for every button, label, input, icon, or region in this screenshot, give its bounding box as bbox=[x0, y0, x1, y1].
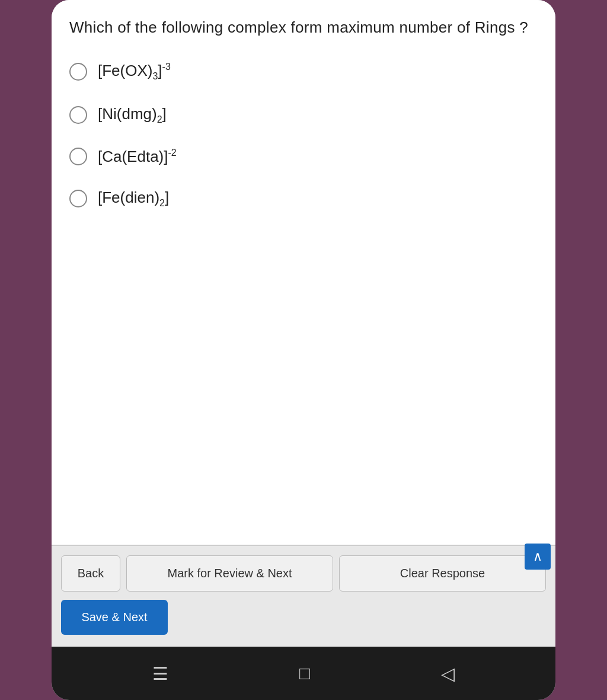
nav-back-icon[interactable]: ◁ bbox=[441, 663, 455, 684]
scroll-up-button[interactable]: ∧ bbox=[525, 544, 551, 570]
scroll-up-icon: ∧ bbox=[533, 549, 542, 564]
option-a-label: [Fe(OX)3]-3 bbox=[98, 62, 171, 82]
save-next-button[interactable]: Save & Next bbox=[61, 600, 168, 635]
option-b[interactable]: [Ni(dmg)2] bbox=[69, 105, 538, 125]
mark-review-button[interactable]: Mark for Review & Next bbox=[126, 555, 333, 592]
option-a[interactable]: [Fe(OX)3]-3 bbox=[69, 62, 538, 82]
back-button[interactable]: Back bbox=[61, 555, 120, 592]
save-row: Save & Next bbox=[61, 600, 168, 640]
radio-d[interactable] bbox=[69, 190, 87, 207]
options-list: [Fe(OX)3]-3 [Ni(dmg)2] [Ca(Edta)]-2 bbox=[69, 62, 538, 209]
nav-bar: ☰ □ ◁ bbox=[52, 647, 555, 700]
option-d[interactable]: [Fe(dien)2] bbox=[69, 188, 538, 209]
question-area: Which of the following complex form maxi… bbox=[52, 0, 555, 545]
phone-container: Which of the following complex form maxi… bbox=[52, 0, 555, 700]
action-buttons-area: Back Mark for Review & Next Clear Respon… bbox=[52, 546, 555, 647]
question-text: Which of the following complex form maxi… bbox=[69, 17, 538, 38]
option-d-label: [Fe(dien)2] bbox=[98, 188, 169, 209]
option-b-label: [Ni(dmg)2] bbox=[98, 105, 167, 125]
screen: Which of the following complex form maxi… bbox=[52, 0, 555, 700]
radio-b[interactable] bbox=[69, 106, 87, 124]
nav-menu-icon[interactable]: ☰ bbox=[152, 663, 168, 684]
option-c-label: [Ca(Edta)]-2 bbox=[98, 148, 177, 166]
clear-response-button[interactable]: Clear Response bbox=[339, 555, 546, 592]
nav-home-icon[interactable]: □ bbox=[299, 663, 310, 683]
radio-a[interactable] bbox=[69, 63, 87, 81]
option-c[interactable]: [Ca(Edta)]-2 bbox=[69, 148, 538, 166]
radio-c[interactable] bbox=[69, 148, 87, 165]
